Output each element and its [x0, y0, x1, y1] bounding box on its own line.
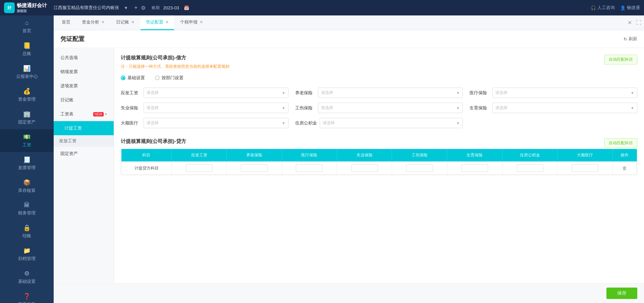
close-account-icon: 🔒: [23, 224, 31, 232]
left-nav-journal[interactable]: 日记账: [54, 93, 114, 107]
housing-select[interactable]: 请选择 ▼: [320, 118, 463, 128]
left-nav-salary-table[interactable]: 工资表 NEW ▾: [54, 107, 114, 121]
invoice-icon: 🧾: [23, 156, 31, 163]
col-large-medical: 大额医疗: [557, 149, 612, 162]
row-unemployment-input-cell: [337, 162, 392, 175]
tab-fund-close[interactable]: ✕: [101, 20, 105, 24]
company-dropdown-icon[interactable]: ▼: [124, 5, 128, 10]
tab-journal[interactable]: 日记账 ✕: [111, 15, 140, 30]
left-nav-fixed-asset[interactable]: 固定资产: [54, 147, 114, 161]
sidebar-item-salary[interactable]: 💵 工资: [0, 129, 54, 152]
table-row: 计提贷方科目: [121, 162, 637, 175]
tab-home[interactable]: 首页: [56, 15, 76, 30]
row-maternity-input-cell: [447, 162, 502, 175]
sidebar-item-fund[interactable]: 💰 资金管理: [0, 84, 54, 106]
radio-dept[interactable]: 按部门设置: [155, 75, 183, 81]
salary-select-arrow: ▼: [282, 91, 285, 95]
user-menu[interactable]: 👤 畅捷通: [620, 5, 640, 11]
pension-select-arrow: ▼: [456, 91, 460, 95]
left-nav-public[interactable]: 公共选项: [54, 51, 114, 65]
topbar-right: 🎧 人工咨询 👤 畅捷通: [591, 5, 640, 11]
injury-select[interactable]: 请选择 ▼: [318, 103, 463, 113]
sidebar-item-asset[interactable]: 🏢 固定资产: [0, 106, 54, 129]
sidebar-item-basic[interactable]: ⚙ 基础设置: [0, 266, 54, 289]
sidebar-item-tax[interactable]: 🏛 税务管理: [0, 198, 54, 220]
col-housing: 住房公积金: [502, 149, 557, 162]
row-injury-input[interactable]: [406, 164, 433, 172]
credit-auto-match-button[interactable]: 自动匹配科目: [604, 138, 637, 148]
chevron-down-icon: ▾: [105, 112, 107, 116]
sidebar-item-guide[interactable]: ❓ 新手引导: [0, 289, 54, 303]
period-value: 2023-03: [163, 5, 179, 10]
sidebar-item-home[interactable]: ⌂ 首页: [0, 15, 54, 38]
save-button[interactable]: 保存: [606, 288, 637, 299]
basic-icon: ⚙: [24, 270, 30, 277]
salary-select[interactable]: 请选择 ▼: [144, 88, 288, 98]
tab-actions: ✕ ⛶: [628, 19, 641, 26]
col-salary: 应发工资: [172, 149, 227, 162]
col-subject: 科目: [121, 149, 172, 162]
logo-icon: 好: [4, 2, 15, 13]
field-pension: 养老保险 请选择 ▼: [295, 88, 463, 98]
row-medical-input[interactable]: [296, 164, 323, 172]
unemployment-select[interactable]: 请选择 ▼: [144, 103, 288, 113]
left-nav-deduct[interactable]: 计提工资: [54, 121, 114, 135]
sidebar-item-close[interactable]: 🔒 结账: [0, 220, 54, 243]
radio-basic[interactable]: 基础设置: [121, 75, 145, 81]
row-delete-cell: 🗑: [612, 162, 637, 175]
refresh-icon: ↻: [624, 37, 627, 42]
gear-icon[interactable]: ⚙: [141, 5, 146, 11]
medical-label: 医疗保险: [470, 90, 490, 96]
add-button[interactable]: +: [134, 4, 138, 11]
maternity-select[interactable]: 请选择 ▼: [492, 103, 637, 113]
row-housing-input[interactable]: [517, 164, 543, 172]
credit-table-wrapper: 科目 应发工资 养老保险 医疗保险 失业保险 工伤保险 生育保险 住房公积金 大: [121, 149, 637, 175]
col-action: 操作: [612, 149, 637, 162]
injury-select-arrow: ▼: [456, 106, 460, 110]
left-nav-purchase[interactable]: 进项发票: [54, 79, 114, 93]
consult-button[interactable]: 🎧 人工咨询: [591, 5, 615, 11]
tab-journal-close[interactable]: ✕: [131, 20, 135, 24]
large-medical-select[interactable]: 请选择 ▼: [144, 118, 288, 128]
sidebar-item-ledger[interactable]: 📒 总账: [0, 38, 54, 61]
two-panel: 公共选项 销项发票 进项发票 日记账 工资表 NEW ▾ 计提工资 发放工资 固…: [54, 48, 644, 283]
tab-voucher[interactable]: 凭证配置 ✕: [141, 15, 174, 30]
row-unemployment-input[interactable]: [351, 164, 378, 172]
app-name: 畅捷通好会计: [17, 2, 47, 9]
sidebar-item-invoice[interactable]: 🧾 发票管理: [0, 152, 54, 175]
sidebar-item-archive[interactable]: 📁 归档管理: [0, 243, 54, 266]
headset-icon: 🎧: [591, 5, 596, 10]
col-maternity: 生育保险: [447, 149, 502, 162]
tab-close-window-icon[interactable]: ✕: [628, 19, 632, 26]
tab-fund[interactable]: 资金分析 ✕: [76, 15, 110, 30]
salary-icon: 💵: [23, 133, 31, 141]
pension-label: 养老保险: [295, 90, 315, 96]
salary-label: 应发工资: [121, 90, 141, 96]
pension-select[interactable]: 请选择 ▼: [318, 88, 463, 98]
new-badge: NEW: [93, 112, 104, 116]
row-salary-input[interactable]: [186, 164, 213, 172]
row-large-medical-input[interactable]: [572, 164, 598, 172]
debit-auto-match-button[interactable]: 自动匹配科目: [604, 55, 637, 64]
left-nav-sales[interactable]: 销项发票: [54, 65, 114, 79]
row-maternity-input[interactable]: [461, 164, 488, 172]
refresh-button[interactable]: ↻ 刷新: [624, 36, 637, 42]
page-content: 凭证配置 ↻ 刷新 公共选项 销项发票 进项发票 日记账 工资表 NEW: [54, 30, 644, 303]
maternity-label: 生育保险: [470, 105, 490, 111]
left-nav-pay[interactable]: 发放工资: [54, 135, 114, 147]
tab-tax-close[interactable]: ✕: [200, 20, 203, 24]
medical-select[interactable]: 请选择 ▼: [492, 88, 637, 98]
sidebar-item-report[interactable]: 📊 云报表中心: [0, 61, 54, 84]
credit-table: 科目 应发工资 养老保险 医疗保险 失业保险 工伤保险 生育保险 住房公积金 大: [121, 149, 637, 175]
col-unemployment: 失业保险: [337, 149, 392, 162]
sidebar-item-inventory[interactable]: 📦 库存核算: [0, 175, 54, 198]
tab-maximize-icon[interactable]: ⛶: [636, 20, 641, 26]
tab-tax[interactable]: 个税申报 ✕: [175, 15, 208, 30]
tab-voucher-close[interactable]: ✕: [165, 20, 169, 24]
calendar-icon[interactable]: 📅: [184, 5, 189, 10]
delete-row-button[interactable]: 🗑: [622, 165, 627, 171]
app-sub: 旗舰版: [17, 9, 47, 13]
tax-icon: 🏛: [24, 202, 30, 209]
row-pension-input[interactable]: [241, 164, 268, 172]
unemployment-label: 失业保险: [121, 105, 141, 111]
